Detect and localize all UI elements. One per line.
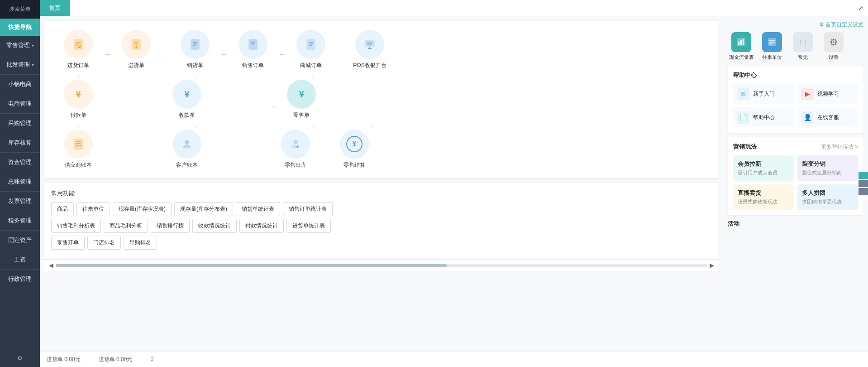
sidebar-item-label: 批发管理 [6, 61, 30, 69]
marketing-group[interactable]: 多人拼团 拼团购物享受优惠 [797, 184, 858, 210]
node-label: POS收银开台 [353, 62, 386, 69]
sidebar-item-finance[interactable]: 资金管理 [0, 153, 40, 172]
node-label: 供应商账本 [65, 161, 92, 169]
sidebar-nav-header[interactable]: 快捷导航 [0, 19, 40, 36]
func-btn-retail-order[interactable]: 零售开单 [51, 236, 85, 250]
help-item-service[interactable]: 👤 在线客服 [797, 107, 858, 127]
float-btn-service[interactable]: 客服热线 [858, 172, 868, 179]
svg-rect-29 [738, 42, 739, 45]
sidebar-item-ledger[interactable]: 总账管理 [0, 172, 40, 192]
customize-link[interactable]: ⚙ 首页自定义设置 [728, 21, 863, 29]
marketing-item-desc: 裂变式发展分销商 [802, 169, 854, 176]
scroll-left-btn[interactable]: ◀ [49, 262, 53, 269]
quick-icon-settings[interactable]: ⚙ 设置 [820, 32, 847, 60]
chevron-down-icon: ▾ [32, 63, 34, 68]
sidebar-item-ecom1[interactable]: 小畅电商 [0, 75, 40, 94]
svg-rect-22 [74, 139, 82, 149]
sidebar-item-inventory[interactable]: 库存核算 [0, 133, 40, 153]
node-purchase-order[interactable]: 进货订单 [53, 30, 103, 69]
quick-icon-partners[interactable]: 往来单位 [758, 32, 786, 60]
stat-purchase: 进货单 0.00元 [47, 356, 81, 363]
node-sales-order[interactable]: 销售订单 [228, 30, 278, 69]
node-supplier-account[interactable]: 供应商账本 [53, 130, 103, 169]
float-btn-desktop[interactable]: 桌面快捷 [858, 188, 868, 195]
help-item-video[interactable]: ▶ 视频学习 [797, 84, 858, 104]
help-title: 帮助中心 [733, 71, 858, 79]
sidebar-item-assets[interactable]: 固定资产 [0, 231, 40, 250]
expand-icon[interactable]: ⤢ [858, 5, 863, 12]
node-purchase[interactable]: 进货单 [111, 30, 161, 69]
node-receipt[interactable]: ¥ 收款单 [162, 80, 212, 119]
sidebar-item-ecom2[interactable]: 电商管理 [0, 94, 40, 114]
horizontal-scrollbar[interactable]: ◀ ▶ [44, 259, 719, 271]
supplier-icon [64, 130, 93, 159]
float-btn-community[interactable]: 服务社区 [858, 180, 868, 187]
cashflow-label: 现金流量表 [729, 54, 754, 60]
sidebar-item-label: 固定资产 [8, 236, 32, 244]
sidebar-item-admin[interactable]: 行政管理 [0, 270, 40, 289]
main-content: 首页 ⤢ [40, 0, 868, 367]
func-btn-sales-stat[interactable]: 销货单统计表 [236, 202, 280, 216]
marketing-header: 营销玩法 更多营销玩法 > [733, 143, 858, 151]
func-btn-receipt-stat[interactable]: 收款情况统计 [192, 219, 237, 233]
func-btn-stock-dist[interactable]: 现存量(库存分布表) [174, 202, 233, 216]
more-marketing-link[interactable]: 更多营销玩法 > [821, 143, 858, 151]
sidebar-item-label: 小畅电商 [8, 80, 32, 88]
sidebar-item-invoice[interactable]: 发票管理 [0, 192, 40, 211]
node-pos[interactable]: POS收银开台 [345, 30, 395, 69]
func-btn-order-stat[interactable]: 销售订单统计表 [283, 202, 333, 216]
func-btn-sales-profit[interactable]: 销售毛利分析表 [51, 219, 101, 233]
marketing-item-desc: 场景式购物新玩法 [738, 198, 789, 205]
marketing-item-desc: 拼团购物享受优惠 [802, 198, 854, 205]
svg-rect-21 [367, 42, 372, 45]
purchase-icon [122, 30, 151, 59]
node-payment[interactable]: ¥ 付款单 [53, 80, 103, 119]
func-btn-store-rank[interactable]: 门店排名 [87, 236, 121, 250]
node-retail-out[interactable]: 零售出库 [271, 130, 320, 169]
marketing-live[interactable]: 直播卖货 场景式购物新玩法 [733, 184, 794, 210]
node-label: 零售结算 [343, 161, 365, 169]
func-btn-payment-stat[interactable]: 付款情况统计 [239, 219, 284, 233]
svg-rect-31 [743, 39, 744, 45]
marketing-item-desc: 吸引用户成为会员 [738, 169, 789, 176]
node-mall-order[interactable]: 商城订单 [286, 30, 336, 69]
sidebar-item-payroll[interactable]: 工资 [0, 250, 40, 270]
node-retail-settle[interactable]: ¥ 零售结算 [329, 130, 379, 169]
sidebar-item-label: 资金管理 [8, 158, 32, 166]
sidebar-item-wholesale[interactable]: 批发管理 ▾ [0, 55, 40, 75]
marketing-card: 营销玩法 更多营销玩法 > 会员拉新 吸引用户成为会员 裂变分销 裂变式发展分销… [728, 137, 863, 215]
node-customer-account[interactable]: 客户账本 [162, 130, 212, 169]
func-btn-sales-rank[interactable]: 销售排行榜 [151, 219, 190, 233]
tab-home[interactable]: 首页 [40, 0, 70, 16]
svg-point-27 [294, 140, 297, 144]
right-panel: ⚙ 首页自定义设置 现金流量表 [723, 16, 868, 352]
help-item-help[interactable]: 📄 帮助中心 [733, 107, 794, 127]
quick-icons-row: 现金流量表 往来单位 [728, 32, 863, 60]
settings-icon[interactable]: ⚙ [0, 349, 40, 367]
func-btn-goods[interactable]: 商品 [51, 202, 74, 216]
content-area: 进货订单 → [40, 16, 868, 352]
func-btn-partners[interactable]: 往来单位 [76, 202, 110, 216]
retail-icon: ¥ [287, 80, 316, 109]
svg-rect-30 [740, 40, 742, 45]
node-retail[interactable]: ¥ 零售单 [277, 80, 326, 119]
sidebar-item-retail[interactable]: 零售管理 ▾ [0, 36, 40, 55]
func-btn-stock-status[interactable]: 现存量(库存状况表) [113, 202, 172, 216]
quick-icon-none[interactable]: □ 暂无 [789, 32, 816, 60]
func-btn-purchase-stat[interactable]: 进货单统计表 [286, 219, 331, 233]
help-item-beginner[interactable]: ✉ 新手入门 [733, 84, 794, 104]
help-item-label: 帮助中心 [753, 114, 775, 121]
marketing-fission[interactable]: 裂变分销 裂变式发展分销商 [797, 155, 858, 181]
sidebar-item-tax[interactable]: 税务管理 [0, 211, 40, 231]
node-label: 销货单 [187, 62, 203, 69]
node-label: 客户账本 [176, 161, 198, 169]
sidebar-search[interactable]: 搜索菜单 [0, 0, 40, 19]
sidebar-item-purchase[interactable]: 采购管理 [0, 114, 40, 133]
node-sales[interactable]: 销货单 [170, 30, 220, 69]
scroll-right-btn[interactable]: ▶ [710, 262, 714, 269]
quick-icon-cashflow[interactable]: 现金流量表 [728, 32, 755, 60]
func-btn-guide-rank[interactable]: 导购排名 [124, 236, 157, 250]
func-btn-goods-profit[interactable]: 商品毛利分析 [104, 219, 148, 233]
marketing-member[interactable]: 会员拉新 吸引用户成为会员 [733, 155, 794, 181]
none-icon: □ [793, 32, 813, 52]
